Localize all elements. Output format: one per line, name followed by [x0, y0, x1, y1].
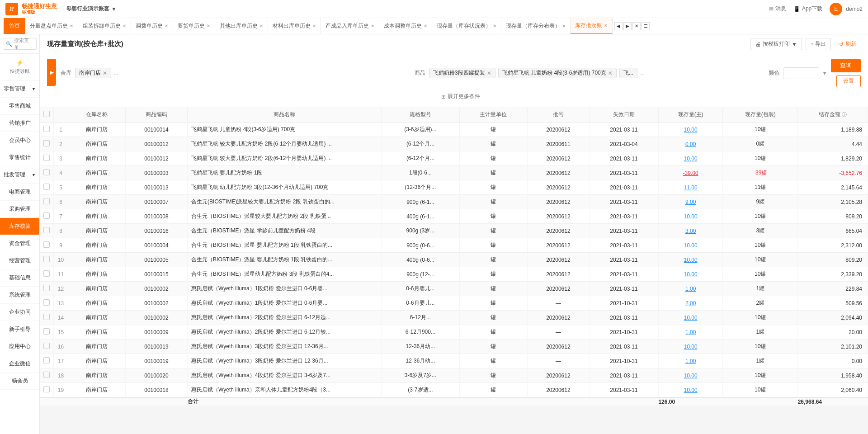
row-checkbox[interactable] — [43, 299, 50, 306]
quick-nav-btn[interactable]: ⚡ 快捷导航 — [0, 56, 39, 78]
stock-main-value[interactable]: -39.00 — [683, 170, 698, 176]
messages-btn[interactable]: ✉ 消息 — [769, 5, 786, 13]
row-checkbox[interactable] — [43, 386, 50, 392]
stock-main-value[interactable]: 10.00 — [684, 387, 698, 393]
row-checkbox[interactable] — [43, 198, 50, 204]
color-input[interactable] — [783, 67, 819, 79]
stock-main-value[interactable]: 1.00 — [685, 358, 696, 364]
stock-main-value[interactable]: 11.00 — [684, 184, 698, 191]
tab-stock-dist[interactable]: 现存量（库存分布表） ✕ — [501, 18, 571, 34]
row-checkbox[interactable] — [43, 357, 50, 363]
stock-main-value[interactable]: 10.00 — [684, 257, 698, 263]
sidebar-item-inventory[interactable]: 库存核算 — [0, 218, 39, 235]
sidebar-item-operations[interactable]: 经营管理 — [0, 252, 39, 269]
sidebar-item-apps[interactable]: 应用中心 — [0, 338, 39, 355]
warehouse-more-btn[interactable]: ... — [114, 70, 118, 76]
sidebar-item-system[interactable]: 系统管理 — [0, 287, 39, 304]
tab-disassemble-history[interactable]: 组装拆卸单历史 ✕ — [78, 18, 131, 34]
stock-main-value[interactable]: 1.00 — [685, 286, 696, 292]
stock-main-value[interactable]: 1.00 — [685, 329, 696, 335]
stock-main-value[interactable]: 10.00 — [684, 271, 698, 278]
tab-close-icon[interactable]: ✕ — [259, 24, 263, 28]
tab-close-icon[interactable]: ✕ — [371, 24, 374, 28]
tab-close-icon[interactable]: ✕ — [604, 23, 608, 28]
app-download-btn[interactable]: 📱 App下载 — [793, 5, 822, 13]
sidebar-item-marketing[interactable]: 营销推广 — [0, 115, 39, 132]
stock-main-value[interactable]: 10.00 — [684, 373, 698, 379]
sidebar-item-purchase[interactable]: 采购管理 — [0, 201, 39, 218]
row-checkbox[interactable] — [43, 155, 50, 161]
remove-tag-icon[interactable]: ✕ — [487, 70, 491, 76]
stock-main-value[interactable]: 9.00 — [685, 199, 696, 205]
tab-close-icon[interactable]: ✕ — [207, 24, 210, 28]
row-checkbox[interactable] — [43, 270, 50, 277]
product-tag-3[interactable]: 飞... — [619, 68, 637, 78]
tab-close-icon[interactable]: ✕ — [165, 24, 168, 28]
tab-prev-btn[interactable]: ◀ — [614, 22, 623, 30]
row-checkbox[interactable] — [43, 328, 50, 335]
stock-main-value[interactable]: 10.00 — [684, 213, 698, 220]
sidebar-item-enterprise[interactable]: 企业协同 — [0, 304, 39, 321]
stock-main-value[interactable]: 10.00 — [684, 242, 698, 249]
tab-home[interactable]: 首页 — [4, 18, 25, 34]
account-dropdown[interactable]: 母婴行业演示账套 ▼ — [66, 5, 117, 13]
row-checkbox[interactable] — [43, 184, 50, 190]
tab-close-icon[interactable]: ✕ — [123, 24, 126, 28]
tab-mix-history[interactable]: 调拨单历史 ✕ — [131, 18, 173, 34]
stock-main-value[interactable]: 3.00 — [685, 228, 696, 234]
tab-close-icon[interactable]: ✕ — [424, 24, 427, 28]
row-checkbox[interactable] — [43, 285, 50, 291]
row-checkbox[interactable] — [43, 126, 50, 132]
tab-other-out-history[interactable]: 其他出库单历史 ✕ — [215, 18, 268, 34]
tab-goods-history[interactable]: 要货单历史 ✕ — [173, 18, 215, 34]
tab-close-icon[interactable]: ✕ — [493, 24, 496, 28]
tab-close-icon[interactable]: ✕ — [312, 24, 316, 28]
row-checkbox[interactable] — [43, 314, 50, 320]
sidebar-item-ecommerce[interactable]: 电商管理 — [0, 184, 39, 201]
stock-main-value[interactable]: 10.00 — [684, 315, 698, 321]
query-btn[interactable]: 查询 — [831, 59, 861, 72]
tab-menu-btn[interactable]: ☰ — [642, 22, 650, 30]
row-checkbox[interactable] — [43, 372, 50, 378]
color-dropdown-icon[interactable]: ▼ — [822, 70, 827, 76]
tab-split-history[interactable]: 分量盘点单历史 ✕ — [25, 18, 78, 34]
settings-btn[interactable]: 设置 — [836, 75, 861, 87]
stock-main-value[interactable]: 10.00 — [684, 127, 698, 133]
sidebar-item-member[interactable]: 会员中心 — [0, 132, 39, 149]
select-all-checkbox[interactable] — [43, 111, 50, 117]
stock-main-value[interactable]: 0.00 — [685, 141, 696, 147]
stock-main-value[interactable]: 10.00 — [684, 156, 698, 162]
stock-main-value[interactable]: 10.00 — [684, 344, 698, 350]
sidebar-item-retail-stats[interactable]: 零售统计 — [0, 149, 39, 166]
tab-material-out-history[interactable]: 材料出库单历史 ✕ — [268, 18, 321, 34]
template-print-btn[interactable]: 🖨 按模板打印 ▼ — [750, 38, 802, 50]
row-checkbox[interactable] — [43, 256, 50, 262]
tab-batch-account[interactable]: 库存批次账 ✕ — [571, 18, 613, 34]
tab-cost-adjust-history[interactable]: 成本调整单历史 ✕ — [379, 18, 432, 34]
row-checkbox[interactable] — [43, 241, 50, 248]
stock-main-value[interactable]: 2.00 — [685, 300, 696, 307]
row-checkbox[interactable] — [43, 212, 50, 219]
expand-more-btn[interactable]: ⊞ 展开更多条件 — [441, 93, 480, 100]
tab-close-all-btn[interactable]: ✕ — [632, 22, 641, 30]
balance-info-icon[interactable]: ⓘ — [842, 112, 847, 117]
tab-product-in-history[interactable]: 产成品入库单历史 ✕ — [321, 18, 379, 34]
refresh-btn[interactable]: ↺ 刷新 — [835, 38, 861, 50]
row-checkbox[interactable] — [43, 343, 50, 349]
warehouse-tag-nananjiedian[interactable]: 南岸门店 ✕ — [75, 68, 111, 78]
sidebar-item-wholesale[interactable]: 批发管理 ▼ — [0, 166, 39, 184]
filter-expand-arrow[interactable]: ▶ — [47, 59, 56, 86]
product-more-btn[interactable]: ... — [640, 70, 645, 76]
remove-tag-icon[interactable]: ✕ — [608, 70, 613, 76]
sidebar-item-retail[interactable]: 零售管理 ▼ — [0, 80, 39, 98]
row-checkbox[interactable] — [43, 140, 50, 146]
row-checkbox[interactable] — [43, 169, 50, 175]
user-area[interactable]: E demo2 — [830, 3, 863, 15]
remove-tag-icon[interactable]: ✕ — [103, 70, 107, 76]
sidebar-item-members2[interactable]: 畅会员 — [0, 373, 39, 390]
tab-close-icon[interactable]: ✕ — [562, 24, 566, 28]
product-tag-2[interactable]: 飞鹤星飞帆 儿童奶粉 4段(3-6岁适用) 700克 ✕ — [498, 68, 617, 78]
sidebar-item-finance[interactable]: 资金管理 — [0, 235, 39, 252]
tab-stock-status[interactable]: 现存量（库存状况表） ✕ — [432, 18, 501, 34]
row-checkbox[interactable] — [43, 227, 50, 233]
